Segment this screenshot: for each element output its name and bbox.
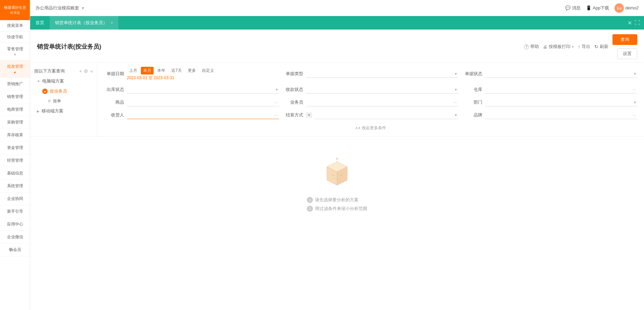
warehouse-dots[interactable]: ··· — [633, 87, 636, 92]
warehouse-input[interactable] — [485, 86, 637, 94]
help-button[interactable]: ? 帮助 — [524, 44, 539, 50]
sidebar-item-newbie[interactable]: 新手引导 — [0, 205, 30, 218]
tab-sales-report[interactable]: 销货单统计表（按业务员） × — [50, 16, 118, 30]
tip-1-text: 请先选择要分析的方案 — [315, 196, 359, 204]
mobile-plan-section[interactable]: ▶ 移动端方案 — [30, 106, 97, 116]
filter-sidebar-icons: + ⚙ « — [79, 68, 93, 74]
payment-method-select[interactable] — [314, 111, 458, 119]
tab-home[interactable]: 首页 — [30, 16, 50, 30]
sub-plan-item[interactable]: ⚙ 按单 — [30, 96, 97, 106]
topbar: 办公用品行业模拟账套 ▾ 💬 消息 📱 App下载 Ea demo2 — [30, 0, 644, 16]
logo-text: 畅捷通好生意 — [4, 5, 26, 10]
date-btn-7days[interactable]: 近7天 — [169, 67, 184, 74]
dept-control[interactable]: ▾ — [485, 98, 637, 106]
sidebar-item-member[interactable]: 畅会员 — [0, 244, 30, 256]
print-icon: 🖨 — [543, 44, 547, 49]
product-dropdown-icon[interactable]: ▾ — [82, 6, 84, 10]
doc-type-select[interactable] — [306, 70, 458, 78]
staff-dots[interactable]: ··· — [453, 100, 457, 105]
out-status-select[interactable] — [127, 86, 279, 94]
goods-control[interactable]: ··· — [127, 98, 279, 106]
template-print-button[interactable]: 🖨 按模板打印 ▾ — [543, 44, 574, 50]
maximize-icon[interactable]: ⛶ — [635, 20, 640, 26]
date-btn-custom[interactable]: 自定义 — [200, 67, 216, 74]
close-window-icon[interactable]: ✕ — [628, 20, 632, 26]
settings-button[interactable]: 设置 — [617, 48, 637, 59]
receipt-status-label: 收款状态 — [283, 87, 303, 93]
doc-type-control[interactable]: ▾ — [306, 70, 458, 78]
sidebar-item-wechat[interactable]: 企业微信 — [0, 231, 30, 244]
chat-icon: 💬 — [565, 5, 571, 10]
date-field-wrap: 上月 本月 本年 近7天 更多 自定义 2023-03-01 至 2023-03… — [127, 67, 279, 81]
warehouse-label: 仓库 — [462, 87, 482, 93]
brand-input[interactable] — [485, 111, 637, 119]
payment-clear-x[interactable]: × — [308, 113, 310, 117]
sidebar-item-wholesale[interactable]: 批发管理 ▲ — [0, 60, 30, 78]
date-btn-last-month[interactable]: 上月 — [127, 67, 140, 74]
collapse-sidebar-icon[interactable]: « — [90, 68, 93, 74]
page-content: 销货单统计表(按业务员) ? 帮助 🖨 按模板打印 ▾ ↑ 导出 — [30, 30, 644, 310]
template-print-label: 按模板打印 — [549, 44, 571, 50]
recipient-control[interactable]: ··· — [127, 111, 279, 119]
receipt-status-select[interactable] — [306, 86, 458, 94]
sidebar-item-basics[interactable]: 基础信息 — [0, 167, 30, 180]
doc-status-field: 单据状态 ▾ — [462, 70, 637, 78]
sidebar-item-label: 销售管理 — [2, 94, 28, 100]
date-btn-this-month[interactable]: 本月 — [141, 67, 154, 74]
doc-status-control[interactable]: ▾ — [485, 70, 637, 78]
user-menu[interactable]: Ea demo2 — [614, 3, 639, 13]
date-btn-more[interactable]: 更多 — [185, 67, 198, 74]
staff-control[interactable]: ··· — [306, 98, 458, 106]
message-button[interactable]: 💬 消息 — [565, 5, 581, 11]
active-plan-item[interactable]: ● 按业务员 — [30, 86, 97, 96]
date-btn-this-year[interactable]: 本年 — [155, 67, 168, 74]
sidebar-item-appcenter[interactable]: 应用中心 — [0, 218, 30, 231]
app-download-button[interactable]: 📱 App下载 — [586, 5, 609, 11]
sidebar-item-system[interactable]: 系统管理 — [0, 180, 30, 193]
sidebar-item-operation[interactable]: 经营管理 — [0, 154, 30, 167]
recipient-dots[interactable]: ··· — [274, 113, 278, 117]
sidebar-item-shortcut[interactable]: 快捷导航 — [0, 32, 30, 43]
sidebar-item-search[interactable]: 搜索菜单 — [0, 20, 30, 32]
tab-close-icon[interactable]: × — [111, 20, 113, 25]
out-status-control[interactable]: ▾ — [127, 86, 279, 94]
sidebar-item-label: 电商管理 — [2, 107, 28, 112]
staff-field: 业务员 ··· — [283, 98, 458, 106]
sidebar-item-purchase[interactable]: 采购管理 — [0, 116, 30, 129]
active-plan-badge: ● — [42, 89, 48, 94]
staff-input[interactable] — [306, 98, 458, 106]
svg-point-5 — [332, 174, 334, 176]
page-actions: ? 帮助 🖨 按模板打印 ▾ ↑ 导出 ↻ 刷新 — [524, 34, 637, 59]
goods-input[interactable] — [127, 98, 279, 106]
tab-sales-report-label: 销货单统计表（按业务员） — [55, 20, 107, 26]
doc-status-select[interactable] — [485, 70, 637, 78]
sidebar-logo: 畅捷通好生意 标准版 — [0, 0, 30, 20]
sidebar-item-inventory[interactable]: 库存核算 — [0, 129, 30, 142]
sidebar-item-retail[interactable]: 零售管理 ▼ — [0, 43, 30, 60]
sidebar-item-finance[interactable]: 资金管理 — [0, 142, 30, 154]
filter-row-4: 收货人 ··· 结算方式 × — [104, 111, 637, 119]
edit-plan-icon[interactable]: ⚙ — [84, 68, 88, 74]
recipient-input[interactable] — [127, 111, 279, 119]
dept-select[interactable] — [485, 98, 637, 106]
brand-control[interactable]: ··· — [485, 111, 637, 119]
brand-field: 品牌 ··· — [462, 111, 637, 119]
collapse-row[interactable]: ∧∧ 收起更多条件 — [104, 124, 637, 132]
sidebar-item-sales[interactable]: 销售管理 — [0, 91, 30, 103]
tabbar: 首页 销货单统计表（按业务员） × ✕ ⛶ — [30, 16, 644, 30]
receipt-status-control[interactable]: ▾ — [306, 86, 458, 94]
refresh-button[interactable]: ↻ 刷新 — [594, 44, 608, 50]
out-status-field: 出库状态 ▾ — [104, 86, 279, 94]
sidebar-item-marketing[interactable]: 营销推广 — [0, 78, 30, 91]
sidebar-item-label: 企业协同 — [2, 196, 28, 202]
brand-dots[interactable]: ··· — [633, 113, 636, 117]
goods-dots[interactable]: ··· — [274, 100, 278, 105]
add-plan-icon[interactable]: + — [79, 68, 82, 74]
sidebar-item-collab[interactable]: 企业协同 — [0, 193, 30, 205]
query-button[interactable]: 查询 — [612, 34, 637, 45]
sidebar-item-ecommerce[interactable]: 电商管理 — [0, 103, 30, 116]
export-button[interactable]: ↑ 导出 — [578, 44, 590, 50]
desktop-plan-section[interactable]: ▼ 电脑端方案 — [30, 76, 97, 86]
tip-2-text: 用过滤条件来缩小分析范围 — [315, 204, 367, 213]
warehouse-control[interactable]: ··· — [485, 86, 637, 94]
